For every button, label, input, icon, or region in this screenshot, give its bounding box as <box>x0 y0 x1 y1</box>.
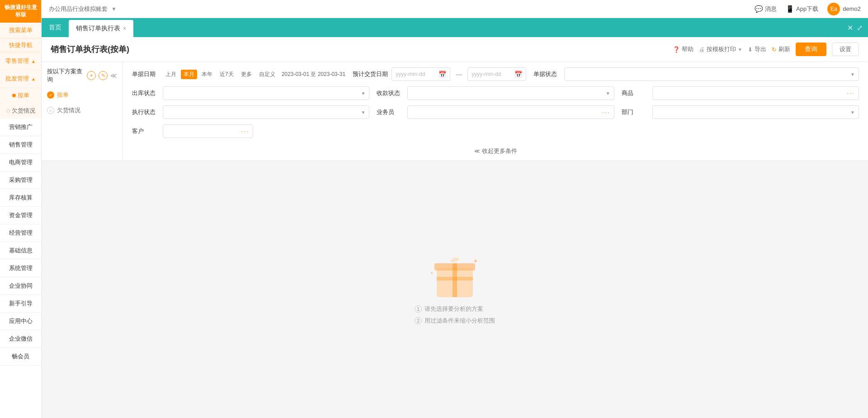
sidebar-item-label-inventory: 库存核算 <box>9 194 33 202</box>
filter-group-status: 单据状态 ▼ <box>533 67 859 81</box>
sidebar-item-label-newuser: 新手引导 <box>9 299 33 308</box>
print-icon: 🖨 <box>699 46 705 53</box>
sidebar-item-basic[interactable]: 基础信息 <box>0 242 41 260</box>
sidebar-item-label-wholesale: 批发管理 <box>5 75 29 83</box>
maximize-icon[interactable]: ⤢ <box>857 24 863 32</box>
tabbar-controls: ✕ ⤢ <box>847 24 868 32</box>
salesperson-select[interactable]: ··· <box>407 105 614 119</box>
app-logo: 畅捷通好生意 标版 <box>0 0 41 23</box>
sidebar-item-inventory[interactable]: 库存核算 <box>0 189 41 207</box>
user-name: demo2 <box>843 5 861 12</box>
customer-more-icon[interactable]: ··· <box>241 128 249 135</box>
refresh-button[interactable]: ↻ 刷新 <box>772 45 790 53</box>
start-date-placeholder: yyyy-mm-dd <box>396 71 425 77</box>
payment-select[interactable]: ▼ <box>407 86 614 100</box>
user-menu[interactable]: Ea demo2 <box>827 3 861 15</box>
end-date-placeholder: yyyy-mm-dd <box>472 71 501 77</box>
expected-date-end[interactable]: yyyy-mm-dd 📅 <box>467 67 526 81</box>
scheme-item-debt[interactable]: ○ 欠货情况 <box>42 103 123 118</box>
salesperson-more-icon[interactable]: ··· <box>602 109 610 116</box>
dropdown-arrow-icon[interactable]: ▼ <box>111 6 117 12</box>
sidebar-quicknav[interactable]: 快捷导航 <box>0 38 41 52</box>
date-tab-custom[interactable]: 自定义 <box>256 70 278 79</box>
salesperson-label: 业务员 <box>377 108 404 116</box>
status-label: 单据状态 <box>533 70 561 78</box>
scheme-item-order[interactable]: ✓ 按单 <box>42 87 123 103</box>
page-content: 销售订单执行表(按单) ❓ 帮助 🖨 按模板打印 ▼ ⬇ 导出 ↻ 刷新 <box>42 37 868 418</box>
edit-scheme-button[interactable]: ✎ <box>99 71 108 80</box>
customer-select[interactable]: ··· <box>163 124 253 138</box>
date-tab-more[interactable]: 更多 <box>238 70 255 79</box>
sidebar-item-newuser[interactable]: 新手引导 <box>0 295 41 313</box>
sidebar-item-label-ecommerce: 电商管理 <box>9 158 33 166</box>
chevron-up-icon: ▲ <box>31 76 36 81</box>
sidebar-item-ecommerce[interactable]: 电商管理 <box>0 154 41 171</box>
close-window-icon[interactable]: ✕ <box>847 24 853 32</box>
logo-text: 畅捷通好生意 标版 <box>5 4 37 18</box>
help-icon: ❓ <box>673 46 680 53</box>
message-button[interactable]: 💬 消息 <box>755 5 777 13</box>
sub-item-label-debt: 欠货情况 <box>12 107 35 115</box>
sidebar-item-weixin[interactable]: 企业微信 <box>0 330 41 348</box>
sidebar-item-finance[interactable]: 资金管理 <box>0 207 41 224</box>
sidebar-sub-item-debt[interactable]: 欠货情况 <box>0 103 41 119</box>
collapse-scheme-button[interactable]: ≪ <box>110 72 117 79</box>
sidebar-item-appstore[interactable]: 应用中心 <box>0 313 41 330</box>
sidebar-item-retail[interactable]: 零售管理 ▲ <box>0 52 41 70</box>
sidebar-item-label-purchase: 采购管理 <box>9 176 33 184</box>
sidebar-sub-item-order[interactable]: 按单 <box>0 88 41 103</box>
empty-box-svg: ✦ ✦ <box>428 254 482 299</box>
filter-group-salesperson: 业务员 ··· <box>377 105 614 119</box>
warehouse-select[interactable]: ▼ <box>163 86 369 100</box>
sidebar-item-purchase[interactable]: 采购管理 <box>0 171 41 189</box>
add-scheme-button[interactable]: + <box>87 71 96 80</box>
filter-row-1: 单据日期 上月 本月 本年 近7天 更多 自定义 2023-03-01 至 20… <box>132 67 859 81</box>
sidebar-search[interactable]: 搜索菜单 <box>0 23 41 38</box>
sidebar-sub-wholesale: 按单 欠货情况 <box>0 88 41 119</box>
tab-sales-order[interactable]: 销售订单执行表 × <box>69 20 133 37</box>
sidebar-item-sales[interactable]: 销售管理 <box>0 136 41 154</box>
empty-illustration: ✦ ✦ <box>428 254 482 299</box>
sidebar-item-label-finance: 资金管理 <box>9 211 33 219</box>
chevron-down-icon: ▲ <box>31 59 36 64</box>
filter-group-product: 商品 ··· <box>622 86 859 100</box>
sidebar-item-wholesale[interactable]: 批发管理 ▲ <box>0 70 41 88</box>
app-download-button[interactable]: 📱 App下载 <box>786 5 818 13</box>
sidebar-item-label-operation: 经营管理 <box>9 229 33 237</box>
expected-date-start[interactable]: yyyy-mm-dd 📅 <box>392 67 450 81</box>
export-button[interactable]: ⬇ 导出 <box>748 45 766 53</box>
svg-text:✦: ✦ <box>473 257 478 265</box>
hint-text-2: 用过滤条件来缩小分析范围 <box>425 317 495 325</box>
message-icon: 💬 <box>755 5 763 13</box>
product-more-icon[interactable]: ··· <box>847 90 855 97</box>
filter-group-payment: 收款状态 ▼ <box>377 86 614 100</box>
query-button[interactable]: 查询 <box>796 43 826 56</box>
avatar: Ea <box>827 3 840 15</box>
main-content: 办公用品行业模拟账套 ▼ 💬 消息 📱 App下载 Ea demo2 首页 <box>42 0 868 418</box>
date-tab-lastmonth[interactable]: 上月 <box>163 70 179 79</box>
page-header: 销售订单执行表(按单) ❓ 帮助 🖨 按模板打印 ▼ ⬇ 导出 ↻ 刷新 <box>42 37 868 62</box>
page-header-actions: ❓ 帮助 🖨 按模板打印 ▼ ⬇ 导出 ↻ 刷新 查询 设置 <box>673 43 859 56</box>
tab-home[interactable]: 首页 <box>42 18 69 37</box>
sidebar-item-operation[interactable]: 经营管理 <box>0 224 41 242</box>
product-select[interactable]: ··· <box>652 86 859 100</box>
print-button[interactable]: 🖨 按模板打印 ▼ <box>699 45 742 53</box>
sidebar-item-member[interactable]: 畅会员 <box>0 348 41 366</box>
date-tab-thisyear[interactable]: 本年 <box>199 70 215 79</box>
sidebar-item-marketing[interactable]: 营销推广 <box>0 119 41 136</box>
empty-hint-2: 2 用过滤条件来缩小分析范围 <box>415 317 495 325</box>
collapse-conditions-button[interactable]: ≪ 收起更多条件 <box>132 143 859 155</box>
app-download-label: App下载 <box>796 5 818 13</box>
date-tab-7days[interactable]: 近7天 <box>217 70 236 79</box>
help-button[interactable]: ❓ 帮助 <box>673 45 693 53</box>
dept-select[interactable]: ▼ <box>652 105 859 119</box>
sidebar-item-label-enterprise: 企业协同 <box>9 282 33 290</box>
tab-close-icon[interactable]: × <box>123 25 126 32</box>
sidebar-item-system[interactable]: 系统管理 <box>0 260 41 277</box>
sidebar-item-enterprise[interactable]: 企业协同 <box>0 277 41 295</box>
status-select[interactable]: ▼ <box>564 67 859 81</box>
settings-button[interactable]: 设置 <box>832 43 859 56</box>
svg-rect-3 <box>437 277 473 280</box>
date-tab-thismonth[interactable]: 本月 <box>181 70 197 79</box>
execute-select[interactable]: ▼ <box>163 105 369 119</box>
